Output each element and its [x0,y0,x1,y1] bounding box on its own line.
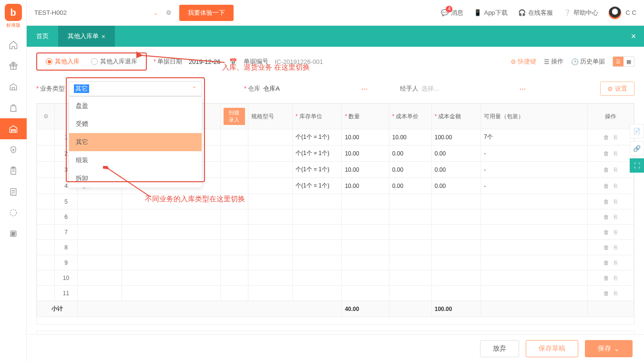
view-toggle[interactable]: ☰▦ [613,56,634,67]
table-row[interactable]: 7 🗑⎘ [37,225,634,240]
rail-note[interactable]: 📄 [630,124,644,138]
delete-row-icon[interactable]: 🗑 [603,290,609,297]
inbound-type-radios: 其他入库 其他入库退库 [36,52,147,71]
copy-row-icon[interactable]: ⎘ [614,166,617,173]
radio-return[interactable]: 其他入库退库 [91,57,137,66]
form-row-1: 其他入库 其他入库退库 *单据日期 2019-12-26 📅 单据编号 IC-2… [36,52,634,71]
copy-row-icon[interactable]: ⎘ [614,229,617,236]
table-row[interactable]: 9 🗑⎘ [37,255,634,270]
th-ops: 操作 [587,104,634,129]
date-label: *单据日期 [153,57,182,66]
settings-button[interactable]: ⚙ 设置 [600,82,634,96]
brand-logo: b [5,4,22,21]
save-button[interactable]: 保存 ⌄ [585,340,633,357]
phone-icon: 📱 [474,9,481,16]
avatar[interactable] [608,6,622,20]
shortcut-link[interactable]: ⚙ 快捷键 [511,57,536,66]
history-link[interactable]: 🕒 历史单据 [571,57,605,66]
messages-link[interactable]: 💬 消息 4 [441,9,463,17]
biztype-dropdown: 盘盈 受赠 其它 组装 拆卸 [69,96,202,188]
nav-report[interactable] [0,181,27,202]
nav-sync[interactable] [0,202,27,223]
topbar: TEST-H002 ⌄ ⚙ 我要体验一下 💬 消息 4 📱App下载 🎧在线客服… [27,0,644,26]
th-price: *成本单价 [389,104,431,129]
right-rail: 📄 🔗 ⛶ [630,124,644,173]
main: TEST-H002 ⌄ ⚙ 我要体验一下 💬 消息 4 📱App下载 🎧在线客服… [27,0,644,362]
copy-row-icon[interactable]: ⎘ [614,259,617,266]
scan-button[interactable]: 扫描录入 [224,108,245,125]
biztype-combo[interactable]: 其它 ⌃ [69,81,202,96]
delete-row-icon[interactable]: 🗑 [603,244,609,251]
org-selector[interactable]: TEST-H002 ⌄ [34,9,158,16]
dd-option-shouzeng[interactable]: 受赠 [69,115,202,133]
nav-home[interactable] [0,34,27,55]
warehouse-more[interactable]: ⋯ [361,85,368,93]
chevron-down-icon: ⌄ [153,9,158,16]
table-row[interactable]: 8 🗑⎘ [37,240,634,255]
billno-label: 单据编号 [244,57,268,66]
delete-row-icon[interactable]: 🗑 [603,166,609,173]
copy-row-icon[interactable]: ⎘ [614,183,617,189]
nav-new[interactable]: 新 [0,223,27,244]
discard-button[interactable]: 放弃 [480,340,519,357]
radio-inbound[interactable]: 其他入库 [46,57,80,66]
copy-row-icon[interactable]: ⎘ [614,198,617,205]
delete-row-icon[interactable]: 🗑 [603,198,609,205]
biztype-label: *业务类型 [36,84,65,93]
copy-row-icon[interactable]: ⎘ [614,134,617,141]
table-row[interactable]: 10 🗑⎘ [37,270,634,286]
rail-expand[interactable]: ⛶ [630,158,644,173]
rail-link[interactable]: 🔗 [630,141,644,155]
nav-clipboard[interactable] [0,160,27,181]
operator-value[interactable]: 选择... [421,84,517,93]
delete-row-icon[interactable]: 🗑 [603,134,609,141]
th-gear[interactable]: ⚙ [37,104,55,129]
chevron-down-icon: ⌄ [614,345,620,352]
dd-option-qita[interactable]: 其它 [69,133,202,151]
form-row-2: *业务类型 其它 ⌃ 盘盈 受赠 其它 组装 拆卸 [36,81,634,96]
dd-option-panyong[interactable]: 盘盈 [69,97,202,115]
footer: 放弃 保存草稿 保存 ⌄ [27,334,644,362]
settings-icon[interactable]: ⚙ [166,9,172,16]
delete-row-icon[interactable]: 🗑 [603,183,609,189]
dd-option-chaixie[interactable]: 拆卸 [69,169,202,187]
service-link[interactable]: 🎧在线客服 [518,9,553,17]
tab-other-inbound[interactable]: 其他入库单× [58,26,115,47]
save-draft-button[interactable]: 保存草稿 [526,340,578,357]
nav-money[interactable] [0,139,27,160]
table-row[interactable]: 6 🗑⎘ [37,209,634,225]
operator-more[interactable]: ⋯ [520,85,526,93]
table-row[interactable]: 11 🗑⎘ [37,286,634,301]
th-qty: *数量 [342,104,389,129]
nav-warehouse[interactable] [0,118,27,139]
warehouse-value[interactable]: 仓库A [263,84,358,93]
tab-home[interactable]: 首页 [27,26,58,47]
ops-link[interactable]: ☰ 操作 [544,57,563,66]
copy-row-icon[interactable]: ⎘ [614,275,617,281]
delete-row-icon[interactable]: 🗑 [603,214,609,220]
help-link[interactable]: ❔帮助中心 [563,9,598,17]
close-icon[interactable]: × [102,33,105,40]
nav-gift[interactable] [0,55,27,76]
delete-row-icon[interactable]: 🗑 [603,275,609,281]
experience-button[interactable]: 我要体验一下 [179,5,234,21]
copy-row-icon[interactable]: ⎘ [614,150,617,157]
delete-row-icon[interactable]: 🗑 [603,259,609,266]
warehouse-label: *仓库 [244,84,260,93]
delete-row-icon[interactable]: 🗑 [603,150,609,157]
close-all-tabs[interactable]: × [623,26,644,47]
svg-point-5 [10,209,16,216]
app-download-link[interactable]: 📱App下载 [474,9,507,17]
copy-row-icon[interactable]: ⎘ [614,214,617,220]
nav-home2[interactable] [0,76,27,97]
nav-bag[interactable] [0,97,27,118]
calendar-icon[interactable]: 📅 [229,58,237,65]
copy-row-icon[interactable]: ⎘ [614,244,617,251]
delete-row-icon[interactable]: 🗑 [603,229,609,236]
dd-option-zuzhuang[interactable]: 组装 [69,151,202,169]
date-value[interactable]: 2019-12-26 [189,58,221,65]
th-spec: 规格型号 [248,104,292,129]
help-icon: ❔ [563,9,571,16]
copy-row-icon[interactable]: ⎘ [614,290,617,297]
table-row[interactable]: 5 🗑⎘ [37,194,634,209]
